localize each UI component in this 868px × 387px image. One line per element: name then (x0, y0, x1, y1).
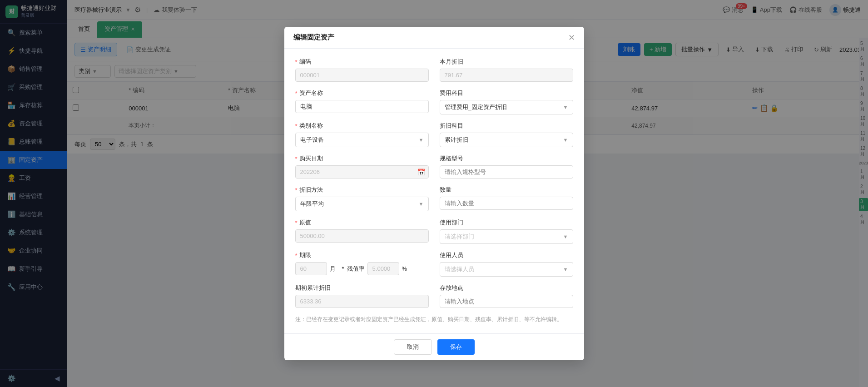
field-asset-name: * 资产名称 (295, 89, 429, 114)
chevron-down-icon: ▼ (563, 137, 568, 143)
dep-subject-select[interactable]: 累计折旧 ▼ (440, 133, 573, 147)
chevron-down-icon: ▼ (563, 267, 568, 272)
code-input[interactable] (295, 69, 429, 82)
field-monthly-dep: 本月折旧 (440, 58, 573, 82)
field-expense-subject: 费用科目 管理费用_固定资产折旧 ▼ (440, 89, 573, 114)
field-code: * 编码 (295, 58, 429, 82)
asset-name-input[interactable] (295, 100, 429, 113)
monthly-dep-input[interactable] (440, 69, 573, 82)
quantity-input[interactable] (440, 197, 573, 210)
field-model: 规格型号 (440, 154, 573, 179)
field-category: * 类别名称 电子设备 ▼ (295, 122, 429, 147)
save-button[interactable]: 保存 (437, 339, 475, 355)
field-location: 存放地点 (440, 284, 573, 308)
modal-overlay: 编辑固定资产 ✕ * 编码 本月折旧 (0, 0, 868, 387)
department-select[interactable]: 请选择部门 ▼ (440, 229, 573, 244)
field-dep-method: * 折旧方法 年限平均 ▼ (295, 186, 429, 211)
modal-body: * 编码 本月折旧 * 资产名称 (284, 49, 584, 333)
opening-dep-input[interactable] (295, 295, 429, 308)
residual-input[interactable] (367, 262, 399, 275)
modal-note: 注：已经存在变更记录或者对应固定资产已经生成凭证，原值、购买日期、残值率、累计折… (295, 315, 573, 324)
modal-header: 编辑固定资产 ✕ (284, 27, 584, 49)
field-period: * 期限 月 * 残值率 % (295, 251, 429, 277)
purchase-date-input[interactable] (295, 165, 429, 179)
location-input[interactable] (440, 295, 573, 308)
field-purchase-date: * 购买日期 📅 (295, 154, 429, 179)
modal-title: 编辑固定资产 (293, 33, 334, 42)
chevron-down-icon: ▼ (563, 234, 568, 239)
model-input[interactable] (440, 165, 573, 179)
person-select[interactable]: 请选择人员 ▼ (440, 262, 573, 277)
period-input[interactable] (295, 262, 327, 275)
field-opening-dep: 期初累计折旧 (295, 284, 429, 308)
expense-subject-select[interactable]: 管理费用_固定资产折旧 ▼ (440, 100, 573, 114)
field-quantity: 数量 (440, 186, 573, 211)
calendar-icon[interactable]: 📅 (417, 169, 425, 176)
chevron-down-icon: ▼ (419, 137, 424, 143)
category-select[interactable]: 电子设备 ▼ (295, 133, 429, 147)
field-department: 使用部门 请选择部门 ▼ (440, 218, 573, 244)
chevron-down-icon: ▼ (419, 201, 424, 207)
cancel-button[interactable]: 取消 (394, 339, 432, 355)
modal-form: * 编码 本月折旧 * 资产名称 (295, 58, 573, 308)
field-dep-subject: 折旧科目 累计折旧 ▼ (440, 122, 573, 147)
modal-close-btn[interactable]: ✕ (568, 34, 575, 42)
field-original-value: * 原值 (295, 218, 429, 244)
modal-footer: 取消 保存 (284, 333, 584, 360)
dep-method-select[interactable]: 年限平均 ▼ (295, 197, 429, 211)
edit-asset-modal: 编辑固定资产 ✕ * 编码 本月折旧 (284, 27, 584, 360)
original-value-input[interactable] (295, 229, 429, 243)
field-person: 使用人员 请选择人员 ▼ (440, 251, 573, 277)
chevron-down-icon: ▼ (563, 104, 568, 110)
